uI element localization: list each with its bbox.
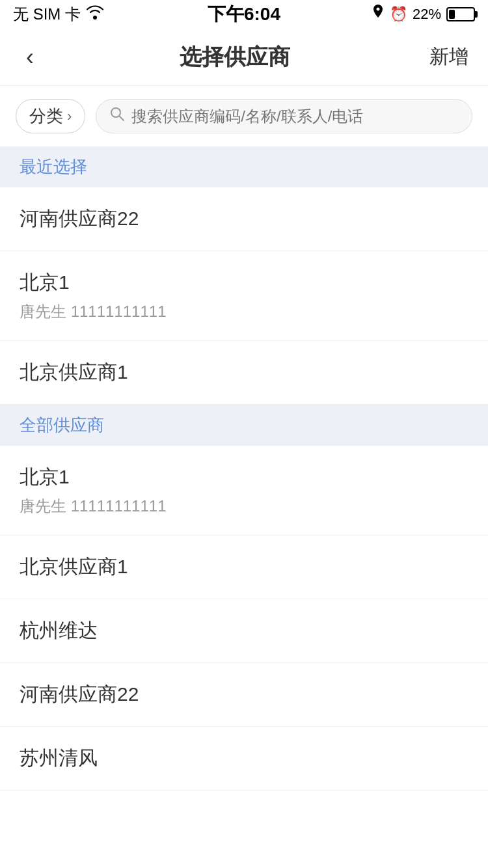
filter-bar: 分类 › [0, 86, 488, 146]
item-name: 河南供应商22 [20, 206, 468, 232]
alarm-icon: ⏰ [390, 6, 407, 23]
sim-text: 无 SIM 卡 [13, 4, 81, 25]
list-item[interactable]: 北京供应商1 [0, 536, 488, 599]
item-name: 北京供应商1 [20, 359, 468, 386]
status-left: 无 SIM 卡 [13, 4, 104, 25]
item-name: 北京供应商1 [20, 554, 468, 580]
item-name: 河南供应商22 [20, 681, 468, 708]
item-name: 北京1 [20, 464, 468, 491]
section-header-0: 最近选择 [0, 146, 488, 187]
search-input[interactable] [131, 107, 459, 126]
item-name: 杭州维达 [20, 617, 468, 644]
item-sub: 唐先生 11111111111 [20, 496, 468, 517]
status-right: ⏰ 22% [372, 5, 475, 24]
search-box[interactable] [96, 99, 472, 133]
status-bar: 无 SIM 卡 下午6:04 ⏰ 22% [0, 0, 488, 29]
item-sub: 唐先生 11111111111 [20, 301, 468, 322]
list-item[interactable]: 北京供应商1 [0, 341, 488, 405]
category-filter[interactable]: 分类 › [16, 99, 85, 133]
wifi-icon [86, 5, 104, 23]
list-item[interactable]: 北京1唐先生 11111111111 [0, 446, 488, 536]
section-header-1: 全部供应商 [0, 405, 488, 446]
battery-icon [446, 7, 475, 21]
list-item[interactable]: 河南供应商22 [0, 663, 488, 727]
status-time: 下午6:04 [208, 2, 280, 27]
item-name: 北京1 [20, 269, 468, 296]
location-icon [372, 5, 385, 24]
svg-line-1 [120, 116, 124, 121]
list-item[interactable]: 北京1唐先生 11111111111 [0, 251, 488, 341]
item-name: 苏州清风 [20, 745, 468, 772]
category-label: 分类 [29, 105, 63, 128]
chevron-right-icon: › [67, 108, 72, 125]
battery-percent: 22% [413, 6, 441, 23]
nav-bar: ‹ 选择供应商 新增 [0, 29, 488, 86]
add-button[interactable]: 新增 [429, 44, 468, 70]
list-item[interactable]: 河南供应商22 [0, 187, 488, 251]
section-header-label-0: 最近选择 [20, 157, 87, 176]
list-item[interactable]: 苏州清风 [0, 727, 488, 791]
back-button[interactable]: ‹ [20, 37, 40, 77]
section-header-label-1: 全部供应商 [20, 415, 104, 435]
page-title: 选择供应商 [180, 42, 290, 72]
search-icon [109, 106, 125, 126]
sections-container: 最近选择河南供应商22北京1唐先生 11111111111北京供应商1全部供应商… [0, 146, 488, 791]
list-item[interactable]: 杭州维达 [0, 599, 488, 663]
